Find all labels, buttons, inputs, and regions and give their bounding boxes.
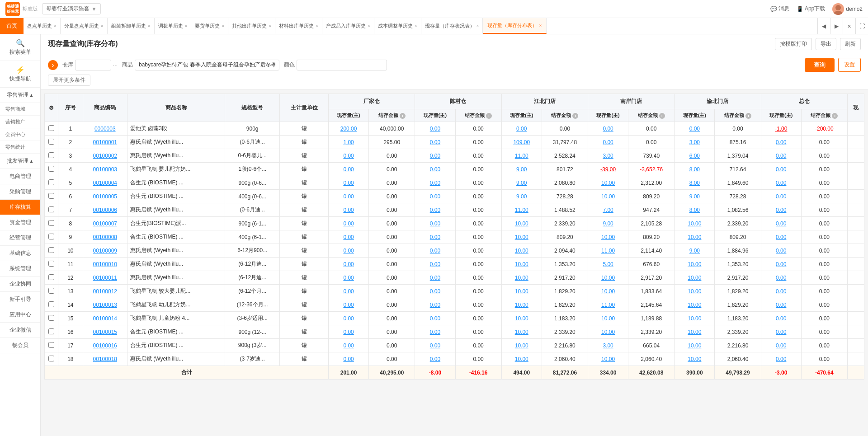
- row-cc-qty[interactable]: 0.00: [415, 298, 455, 312]
- row-yb-qty[interactable]: 10.00: [675, 312, 715, 325]
- row-jb-qty[interactable]: 10.00: [501, 339, 542, 352]
- row-checkbox[interactable]: [45, 136, 58, 149]
- row-zc-qty[interactable]: 0.00: [761, 230, 801, 244]
- row-yb-qty[interactable]: 10.00: [675, 230, 715, 244]
- row-cc-qty[interactable]: 0.00: [415, 136, 455, 149]
- row-na-qty[interactable]: 7.00: [588, 203, 628, 217]
- row-checkbox[interactable]: [45, 298, 58, 312]
- sidebar-item-purchase[interactable]: 采购管理: [0, 184, 40, 200]
- row-yb-qty[interactable]: 8.00: [675, 203, 715, 217]
- row-cj-qty[interactable]: 0.00: [329, 149, 369, 163]
- row-zc-qty[interactable]: 0.00: [761, 352, 801, 366]
- row-jb-qty[interactable]: 10.00: [501, 298, 542, 312]
- row-zc-qty[interactable]: 0.00: [761, 285, 801, 298]
- row-cc-qty[interactable]: 0.00: [415, 258, 455, 271]
- sidebar-item-retail[interactable]: 零售管理 ▲: [0, 88, 40, 103]
- row-na-qty[interactable]: 10.00: [588, 325, 628, 339]
- row-yb-qty[interactable]: 10.00: [675, 258, 715, 271]
- row-jb-qty[interactable]: 10.00: [501, 285, 542, 298]
- row-cc-qty[interactable]: 0.00: [415, 149, 455, 163]
- row-cc-qty[interactable]: 0.00: [415, 325, 455, 339]
- row-code[interactable]: 00100016: [83, 339, 127, 352]
- sidebar-item-operations[interactable]: 经营管理: [0, 230, 40, 246]
- table-wrapper[interactable]: ⚙ 序号 商品编码 商品名称 规格型号 主计量单位 厂家仓 陈村仓 江北门店 南…: [41, 90, 868, 436]
- sidebar-sub-marketing[interactable]: 营销推广: [0, 116, 40, 128]
- row-yb-qty[interactable]: 10.00: [675, 298, 715, 312]
- row-yb-qty[interactable]: 0.00: [675, 122, 715, 136]
- row-zc-qty[interactable]: 0.00: [761, 163, 801, 176]
- row-cj-qty[interactable]: 1.00: [329, 136, 369, 149]
- row-cj-qty[interactable]: 0.00: [329, 230, 369, 244]
- row-zc-qty[interactable]: 0.00: [761, 190, 801, 203]
- col-gear[interactable]: ⚙: [45, 94, 58, 122]
- row-cj-qty[interactable]: 200.00: [329, 122, 369, 136]
- row-code[interactable]: 0000003: [83, 122, 127, 136]
- row-yb-qty[interactable]: 3.00: [675, 136, 715, 149]
- row-yb-qty[interactable]: 10.00: [675, 217, 715, 230]
- row-cj-qty[interactable]: 0.00: [329, 271, 369, 285]
- row-jb-qty[interactable]: 9.00: [501, 176, 542, 190]
- row-checkbox[interactable]: [45, 258, 58, 271]
- row-code[interactable]: 00100013: [83, 298, 127, 312]
- row-code[interactable]: 00100004: [83, 176, 127, 190]
- row-cc-qty[interactable]: 0.00: [415, 176, 455, 190]
- row-na-qty[interactable]: 10.00: [588, 352, 628, 366]
- row-na-qty[interactable]: 0.00: [588, 122, 628, 136]
- sidebar-item-search[interactable]: 🔍 搜索英单: [0, 34, 40, 61]
- tab-home[interactable]: 首页: [0, 18, 24, 34]
- row-code[interactable]: 00100001: [83, 136, 127, 149]
- row-code[interactable]: 00100005: [83, 190, 127, 203]
- row-code[interactable]: 00100008: [83, 230, 127, 244]
- row-jb-qty[interactable]: 10.00: [501, 312, 542, 325]
- warehouse-input[interactable]: [75, 60, 111, 70]
- row-na-qty[interactable]: 10.00: [588, 271, 628, 285]
- sidebar-item-apps[interactable]: 应用中心: [0, 307, 40, 323]
- row-checkbox[interactable]: [45, 285, 58, 298]
- print-btn[interactable]: 按模版打印: [775, 38, 812, 50]
- row-checkbox[interactable]: [45, 163, 58, 176]
- row-zc-qty[interactable]: 0.00: [761, 312, 801, 325]
- row-code[interactable]: 00100006: [83, 203, 127, 217]
- toggle-section-btn[interactable]: ›: [48, 60, 58, 70]
- sidebar-item-member2[interactable]: 畅会员: [0, 338, 40, 353]
- row-checkbox[interactable]: [45, 339, 58, 352]
- row-checkbox[interactable]: [45, 230, 58, 244]
- row-code[interactable]: 00100002: [83, 149, 127, 163]
- row-code[interactable]: 00100003: [83, 163, 127, 176]
- row-zc-qty[interactable]: 0.00: [761, 203, 801, 217]
- row-cj-qty[interactable]: 0.00: [329, 312, 369, 325]
- row-cj-qty[interactable]: 0.00: [329, 258, 369, 271]
- row-na-qty[interactable]: 0.00: [588, 136, 628, 149]
- row-checkbox[interactable]: [45, 244, 58, 258]
- row-jb-qty[interactable]: 10.00: [501, 244, 542, 258]
- row-code[interactable]: 00100015: [83, 325, 127, 339]
- row-cj-qty[interactable]: 0.00: [329, 339, 369, 352]
- row-zc-qty[interactable]: 0.00: [761, 136, 801, 149]
- settings-btn[interactable]: 设置: [838, 58, 861, 72]
- row-zc-qty[interactable]: 0.00: [761, 271, 801, 285]
- sidebar-item-wechat[interactable]: 企业微信: [0, 323, 40, 338]
- row-cc-qty[interactable]: 0.00: [415, 244, 455, 258]
- row-zc-qty[interactable]: 0.00: [761, 258, 801, 271]
- row-code[interactable]: 00100007: [83, 217, 127, 230]
- row-checkbox[interactable]: [45, 149, 58, 163]
- row-jb-qty[interactable]: 9.00: [501, 163, 542, 176]
- row-jb-qty[interactable]: 10.00: [501, 325, 542, 339]
- row-na-qty[interactable]: 3.00: [588, 149, 628, 163]
- row-cc-qty[interactable]: 0.00: [415, 163, 455, 176]
- row-na-qty[interactable]: 10.00: [588, 176, 628, 190]
- row-cj-qty[interactable]: 0.00: [329, 285, 369, 298]
- sidebar-item-ecom[interactable]: 电商管理: [0, 169, 40, 184]
- row-na-qty[interactable]: 10.00: [588, 312, 628, 325]
- row-yb-qty[interactable]: 10.00: [675, 339, 715, 352]
- tab-item[interactable]: 成本调整单历史 ×: [374, 18, 421, 34]
- row-jb-qty[interactable]: 109.00: [501, 136, 542, 149]
- sidebar-sub-member[interactable]: 会员中心: [0, 128, 40, 141]
- color-input[interactable]: [297, 60, 387, 70]
- row-zc-qty[interactable]: 0.00: [761, 217, 801, 230]
- row-cj-qty[interactable]: 0.00: [329, 203, 369, 217]
- row-na-qty[interactable]: 10.00: [588, 230, 628, 244]
- tab-item[interactable]: 材料出库单历史 ×: [275, 18, 322, 34]
- tab-item[interactable]: 其他出库单历史 ×: [228, 18, 275, 34]
- row-jb-qty[interactable]: 0.00: [501, 122, 542, 136]
